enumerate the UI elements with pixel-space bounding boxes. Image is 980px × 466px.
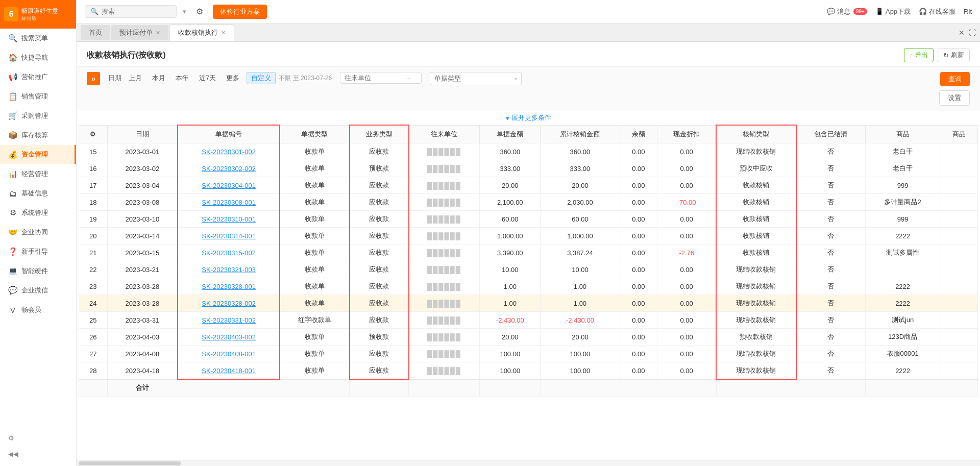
table-cell: 应收款 xyxy=(350,177,409,194)
sidebar-item-畅会员[interactable]: V畅会员 xyxy=(0,300,76,320)
table-cell xyxy=(940,211,978,228)
col-header-7: 累计核销金额 xyxy=(541,125,620,143)
topbar-search-wrap[interactable]: 🔍 xyxy=(85,5,177,18)
table-cell[interactable]: SK-20230310-001 xyxy=(178,211,280,228)
refresh-button[interactable]: ↻ 刷新 xyxy=(938,48,970,62)
table-cell: 20 xyxy=(79,228,108,244)
app-download-label: App下载 xyxy=(886,7,911,16)
table-cell: 老白干 xyxy=(865,160,940,177)
table-cell: 16 xyxy=(79,160,108,177)
table-cell[interactable]: SK-20230315-002 xyxy=(178,244,280,261)
date-option-本月[interactable]: 本月 xyxy=(148,72,169,84)
col-header-10: 核销类型 xyxy=(716,125,796,143)
sidebar-item-系统管理[interactable]: ⚙系统管理 xyxy=(0,203,76,223)
tab-预计应付单[interactable]: 预计应付单✕ xyxy=(111,25,168,40)
topbar: 🔍 ▾ ⚙ 体验行业方案 💬 消息 99+ 📱 App下载 🎧 在线客服 Rit xyxy=(77,0,980,23)
export-button[interactable]: ↑ 导出 xyxy=(904,48,934,62)
query-button[interactable]: 查询 xyxy=(940,72,970,86)
bill-type-select[interactable]: 单据类型 ▾ xyxy=(430,72,522,85)
counterparty-input[interactable] xyxy=(345,74,406,82)
table-cell: 收款单 xyxy=(280,160,349,177)
table-cell: 21 xyxy=(79,244,108,261)
table-cell: 20.00 xyxy=(541,329,620,346)
table-cell[interactable]: SK-20230328-001 xyxy=(178,278,280,295)
date-option-本年[interactable]: 本年 xyxy=(172,72,193,84)
total-cell xyxy=(865,379,940,397)
sidebar-item-企业协同[interactable]: 🤝企业协同 xyxy=(0,223,76,242)
table-cell: 预收款 xyxy=(350,160,409,177)
page-header: 收款核销执行(按收款) ↑ 导出 ↻ 刷新 xyxy=(77,42,980,67)
topbar-search-input[interactable] xyxy=(102,8,163,15)
expand-more-row[interactable]: ▾ 展开更多条件 xyxy=(77,111,980,125)
horizontal-scrollbar[interactable] xyxy=(77,460,980,466)
tab-首页[interactable]: 首页 xyxy=(81,25,110,40)
table-cell[interactable]: SK-20230302-002 xyxy=(178,160,280,177)
sidebar-item-企业微信[interactable]: 💬企业微信 xyxy=(0,281,76,300)
sidebar-item-经营管理[interactable]: 📊经营管理 xyxy=(0,164,76,184)
tab-close-icon[interactable]: ✕ xyxy=(156,30,160,36)
table-cell: 收款单 xyxy=(280,278,349,295)
col-header-8: 余额 xyxy=(620,125,657,143)
app-download-button[interactable]: 📱 App下载 xyxy=(875,7,911,16)
date-option-上月[interactable]: 上月 xyxy=(125,72,146,84)
date-option-近7天[interactable]: 近7天 xyxy=(195,72,220,84)
table-cell: 2222 xyxy=(865,362,940,380)
topbar-right: 💬 消息 99+ 📱 App下载 🎧 在线客服 Rit xyxy=(827,7,972,16)
scroll-thumb[interactable] xyxy=(79,461,181,465)
sidebar-item-基础信息[interactable]: 🗂基础信息 xyxy=(0,184,76,203)
sidebar-item-资金管理[interactable]: 💰资金管理 xyxy=(0,145,76,164)
counterparty-input-wrap[interactable]: ··· xyxy=(340,72,422,84)
table-cell xyxy=(940,143,978,160)
table-cell: 0.00 xyxy=(620,211,657,228)
topbar-gear-button[interactable]: ⚙ xyxy=(192,5,207,19)
sidebar-bottom-settings[interactable]: ⚙ xyxy=(0,430,76,446)
messages-button[interactable]: 💬 消息 99+ xyxy=(827,7,867,16)
table-cell: ██████ xyxy=(409,278,480,295)
table-cell[interactable]: SK-20230308-001 xyxy=(178,194,280,211)
table-cell: ██████ xyxy=(409,244,480,261)
sidebar-item-智能硬件[interactable]: 💻智能硬件 xyxy=(0,261,76,281)
table-cell[interactable]: SK-20230408-001 xyxy=(178,346,280,362)
table-cell[interactable]: SK-20230301-002 xyxy=(178,143,280,160)
table-cell: 25 xyxy=(79,312,108,329)
table-cell: 1.00 xyxy=(480,278,541,295)
table-cell[interactable]: SK-20230418-001 xyxy=(178,362,280,380)
sidebar-item-快捷导航[interactable]: 🏠快捷导航 xyxy=(0,48,76,67)
filter-expand-button[interactable]: » xyxy=(87,72,100,85)
date-custom-option[interactable]: 自定义 xyxy=(247,72,276,84)
table-cell: 100.00 xyxy=(541,362,620,380)
table-cell[interactable]: SK-20230403-002 xyxy=(178,329,280,346)
tab-close-all[interactable]: ✕ xyxy=(959,29,965,37)
filter-settings-button[interactable]: 设置 xyxy=(939,90,970,106)
date-option-更多[interactable]: 更多 xyxy=(222,72,243,84)
tab-收款核销执行[interactable]: 收款核销执行✕ xyxy=(169,24,234,41)
table-cell xyxy=(940,261,978,278)
table-cell[interactable]: SK-20230304-001 xyxy=(178,177,280,194)
table-cell[interactable]: SK-20230314-001 xyxy=(178,228,280,244)
col-header-3: 单据类型 xyxy=(280,125,349,143)
online-service-button[interactable]: 🎧 在线客服 xyxy=(919,7,955,16)
table-cell: 应收款 xyxy=(350,312,409,329)
table-cell[interactable]: SK-20230331-002 xyxy=(178,312,280,329)
table-row: 222023-03-21SK-20230321-003收款单应收款██████1… xyxy=(79,261,978,278)
table-cell: 2023-03-10 xyxy=(107,211,178,228)
table-cell: 3,390.00 xyxy=(480,244,541,261)
sidebar-collapse[interactable]: ◀◀ xyxy=(0,446,76,462)
table-cell[interactable]: SK-20230328-002 xyxy=(178,295,280,312)
sidebar-item-营销推广[interactable]: 📢营销推广 xyxy=(0,67,76,87)
table-cell[interactable]: SK-20230321-003 xyxy=(178,261,280,278)
sidebar-item-采购管理[interactable]: 🛒采购管理 xyxy=(0,106,76,126)
total-cell xyxy=(79,379,108,397)
sidebar-item-销售管理[interactable]: 📋销售管理 xyxy=(0,87,76,106)
col-header-2: 单据编号 xyxy=(178,125,280,143)
solution-button[interactable]: 体验行业方案 xyxy=(213,5,267,19)
sidebar-item-库存核算[interactable]: 📦库存核算 xyxy=(0,126,76,145)
tab-expand[interactable]: ⛶ xyxy=(969,29,976,37)
tab-close-icon[interactable]: ✕ xyxy=(221,30,226,36)
sidebar-item-搜索菜单[interactable]: 🔍搜索菜单 xyxy=(0,29,76,48)
sidebar-item-新手引导[interactable]: ❓新手引导 xyxy=(0,242,76,261)
table-cell: 0.00 xyxy=(620,261,657,278)
sidebar-item-icon: V xyxy=(8,305,17,314)
user-avatar[interactable]: Rit xyxy=(964,8,972,15)
table-cell: 2023-04-18 xyxy=(107,362,178,380)
